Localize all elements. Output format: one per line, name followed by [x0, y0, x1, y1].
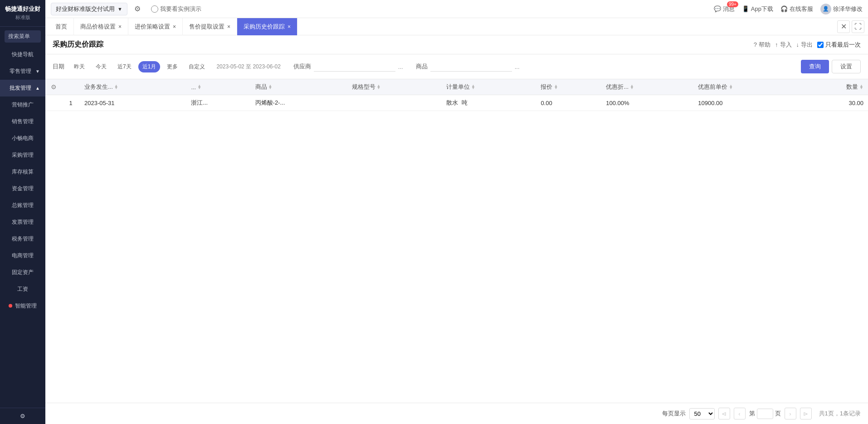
topbar-settings-button[interactable]: ⚙ [131, 3, 144, 15]
goods-filter-label: 商品 [416, 63, 428, 71]
date-btn-yesterday[interactable]: 昨天 [70, 61, 89, 72]
avatar: 👤 [820, 4, 831, 14]
last-page-button[interactable]: ⊳ [800, 408, 812, 419]
sidebar-item-inventory[interactable]: 库存核算 [0, 164, 45, 180]
help-link[interactable]: ? 帮助 [754, 41, 770, 49]
tab-price-close-icon[interactable]: × [118, 24, 122, 29]
filter-supplier-container: 供应商 ... [293, 62, 403, 72]
sidebar-item-marketing[interactable]: 营销推广 [0, 96, 45, 113]
topbar-right: 💬 消息 99+ 📱 App下载 🎧 在线客服 👤 徐泽华修改 [714, 4, 863, 14]
row-date-cell: 2023-05-31 [80, 95, 186, 111]
table-container: ⚙ 业务发生... ▲▼ ... ▲▼ [45, 79, 868, 403]
sidebar-item-quick-nav[interactable]: 快捷导航 [0, 46, 45, 63]
tab-strategy[interactable]: 进价策略设置 × [128, 18, 183, 35]
tab-strategy-close-icon[interactable]: × [173, 24, 176, 29]
sidebar-item-invoice[interactable]: 发票管理 [0, 214, 45, 231]
date-btn-today[interactable]: 今天 [92, 61, 111, 72]
sidebar-item-retail[interactable]: 零售管理 ▼ [0, 63, 45, 80]
app-logo-sub: 标准版 [15, 14, 30, 21]
sidebar-item-salary[interactable]: 工资 [0, 281, 45, 298]
sidebar-item-tax[interactable]: 税务管理 [0, 231, 45, 247]
goods-filter-input[interactable] [430, 62, 512, 72]
search-menu-button[interactable]: 搜索菜单 [5, 30, 41, 43]
page-suffix: 页 [775, 410, 781, 418]
tab-home[interactable]: 首页 [49, 18, 74, 35]
date-btn-more[interactable]: 更多 [163, 61, 182, 72]
sort-discount-icon: ▲▼ [630, 85, 634, 90]
tab-history-close-icon[interactable]: × [288, 24, 291, 29]
sidebar-search-container: 搜索菜单 [0, 27, 45, 46]
date-btn-7days[interactable]: 近7天 [113, 61, 136, 72]
sidebar-item-ecommerce[interactable]: 电商管理 [0, 247, 45, 264]
tab-sale-label: 售价提取设置 [189, 23, 224, 31]
supplier-more-icon[interactable]: ... [398, 63, 403, 70]
sidebar-item-sales[interactable]: 销售管理 [0, 113, 45, 130]
app-download-button[interactable]: 📱 App下载 [742, 5, 773, 13]
phone-icon: 📱 [742, 5, 749, 12]
app-download-label: App下载 [751, 5, 773, 13]
headset-icon: 🎧 [780, 5, 788, 12]
settings-filter-button[interactable]: 设置 [832, 60, 861, 73]
only-last-checkbox[interactable] [817, 42, 824, 48]
next-page-button[interactable]: › [785, 408, 796, 419]
sort-date-icon: ▲▼ [114, 85, 118, 90]
filter-dates: 昨天 今天 近7天 近1月 更多 自定义 [70, 61, 209, 72]
sort-unit-price-icon: ▲▼ [729, 85, 733, 90]
sidebar-logo: 畅捷通好业财 标准版 [0, 0, 45, 27]
goods-more-icon[interactable]: ... [515, 63, 520, 70]
tab-sale[interactable]: 售价提取设置 × [183, 18, 237, 35]
retail-arrow-icon: ▼ [35, 69, 40, 74]
sidebar-item-account[interactable]: 总账管理 [0, 197, 45, 214]
only-last-label: 只看最后一次 [825, 41, 861, 49]
topbar: 好业财标准版交付试用 ▼ ⚙ 我要看实例演示 💬 消息 99+ 📱 App下载 … [45, 0, 868, 18]
message-badge: 99+ [727, 1, 738, 7]
sidebar-item-purchase[interactable]: 采购管理 [0, 147, 45, 164]
demo-button[interactable]: 我要看实例演示 [151, 5, 201, 13]
import-link[interactable]: ↑ 导入 [775, 41, 792, 49]
filter-goods-container: 商品 ... [416, 62, 520, 72]
app-logo-title: 畅捷通好业财 [5, 5, 40, 13]
tab-sale-close-icon[interactable]: × [227, 24, 230, 29]
supplier-filter-input[interactable] [314, 62, 395, 72]
user-button[interactable]: 👤 徐泽华修改 [820, 4, 863, 14]
sidebar-item-wholesale[interactable]: 批发管理 ▲ [0, 80, 45, 96]
date-btn-1month[interactable]: 近1月 [138, 61, 161, 72]
first-page-button[interactable]: ⊲ [718, 408, 730, 419]
column-settings-icon[interactable]: ⚙ [51, 83, 57, 91]
export-link[interactable]: ↓ 导出 [796, 41, 813, 49]
sidebar-item-finance[interactable]: 资金管理 [0, 180, 45, 197]
page-header-actions: ? 帮助 ↑ 导入 ↓ 导出 只看最后一次 [754, 41, 861, 49]
messages-button[interactable]: 💬 消息 99+ [714, 5, 735, 13]
tab-close-all-button[interactable]: ✕ [837, 20, 850, 33]
page-number-input[interactable]: 1 [757, 409, 773, 419]
row-spec-cell [347, 95, 442, 111]
sidebar-settings-button[interactable]: ⚙ [0, 408, 45, 424]
sort-unit-icon: ▲▼ [471, 85, 475, 90]
sidebar-item-smart[interactable]: 智能管理 [0, 298, 45, 314]
tab-maximize-button[interactable]: ⛶ [852, 20, 864, 33]
row-settings-cell [45, 95, 62, 111]
row-discount-cell: 100.00% [601, 95, 693, 111]
page-header: 采购历史价跟踪 ? 帮助 ↑ 导入 ↓ 导出 只看最后一次 [45, 35, 868, 54]
query-button[interactable]: 查询 [801, 60, 829, 73]
per-page-select[interactable]: 20 50 100 200 [689, 408, 715, 419]
message-icon: 💬 [714, 5, 721, 12]
tab-price[interactable]: 商品价格设置 × [74, 18, 128, 35]
th-quantity: 数量 ▲▼ [803, 79, 868, 95]
gear-icon: ⚙ [134, 5, 141, 13]
customer-service-button[interactable]: 🎧 在线客服 [780, 5, 813, 13]
tab-history[interactable]: 采购历史价跟踪 × [237, 18, 297, 35]
version-selector-label: 好业财标准版交付试用 [56, 5, 115, 13]
sidebar-item-assets[interactable]: 固定资产 [0, 264, 45, 281]
prev-page-button[interactable]: ‹ [734, 408, 746, 419]
pagination-total-info: 共1页，1条记录 [819, 410, 861, 418]
settings-gear-icon: ⚙ [20, 413, 25, 419]
page-label: 第 [749, 410, 755, 418]
sidebar-item-ecommerce-small[interactable]: 小畅电商 [0, 130, 45, 147]
version-selector[interactable]: 好业财标准版交付试用 ▼ [51, 3, 127, 15]
user-label: 徐泽华修改 [833, 5, 863, 13]
date-btn-custom[interactable]: 自定义 [185, 61, 209, 72]
filter-actions: 查询 设置 [801, 60, 861, 73]
sort-goods-icon: ▲▼ [268, 85, 273, 90]
tabs-actions: ✕ ⛶ [837, 20, 864, 33]
